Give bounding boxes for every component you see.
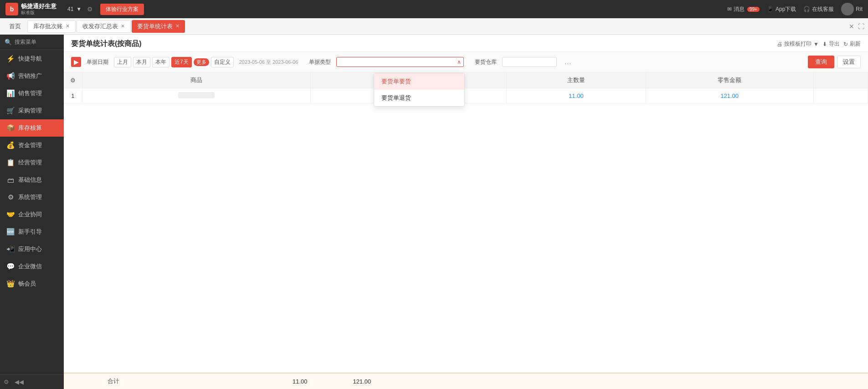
- dropdown-item-order-goods[interactable]: 要货单要货: [374, 73, 464, 90]
- tab-inventory-batch-close[interactable]: ✕: [66, 23, 70, 29]
- th-amount: 零售金额: [646, 72, 813, 88]
- table-area: ⚙ 商品 主计量单位 主数量 零售金额 1 块: [64, 72, 868, 373]
- page-title: 要货单统计表(按商品): [71, 39, 142, 49]
- print-chevron: ▼: [813, 41, 819, 47]
- tab-inventory-batch-label: 库存批次账: [33, 22, 63, 31]
- dropdown-item-order-goods-label: 要货单要货: [381, 78, 411, 85]
- sidebar-item-app-center[interactable]: 📲 应用中心: [0, 241, 64, 258]
- sidebar-item-guide[interactable]: 🆕 新手引导: [0, 223, 64, 241]
- set-button[interactable]: 设置: [837, 56, 861, 68]
- tab-bar-actions: ✕ ⛶: [849, 23, 864, 30]
- tab-close-all-icon[interactable]: ✕: [849, 23, 854, 30]
- table-header-row: ⚙ 商品 主计量单位 主数量 零售金额: [64, 72, 868, 88]
- product-blurred: [178, 92, 215, 98]
- wechat-icon: 💬: [6, 262, 15, 271]
- sidebar-item-member-label: 畅会员: [18, 280, 36, 288]
- td-index: 1: [64, 88, 82, 103]
- refresh-icon: ↻: [843, 41, 848, 47]
- sidebar-collapse-icon[interactable]: ◀◀: [15, 379, 24, 385]
- td-product: [82, 88, 311, 103]
- warehouse-input[interactable]: [502, 57, 557, 67]
- tab-receive-summary-close[interactable]: ✕: [121, 23, 125, 29]
- more-filters-icon[interactable]: …: [564, 58, 571, 66]
- sidebar-item-basic-info-label: 基础信息: [18, 176, 42, 184]
- date-btn-last-month[interactable]: 上月: [114, 57, 131, 67]
- message-item[interactable]: ✉ 消息 99+: [727, 5, 760, 13]
- store-selector[interactable]: 41 ▼: [67, 6, 82, 12]
- summary-amount: 121.00: [353, 378, 371, 385]
- sidebar-item-marketing-label: 营销推广: [18, 72, 42, 80]
- type-filter-input[interactable]: [336, 57, 464, 67]
- store-settings-icon[interactable]: ⚙: [87, 5, 93, 13]
- dropdown-item-order-return[interactable]: 要货单退货: [374, 90, 464, 106]
- quick-nav-icon: ⚡: [6, 55, 15, 63]
- table-row: 1 块 11.00 121.00: [64, 88, 868, 103]
- th-settings[interactable]: ⚙: [64, 72, 82, 88]
- sidebar-settings-icon[interactable]: ⚙: [4, 379, 9, 385]
- app-download-label: App下载: [776, 5, 796, 13]
- message-icon: ✉: [727, 6, 732, 12]
- sidebar-search-area[interactable]: 🔍 搜索菜单: [0, 35, 64, 50]
- refresh-button[interactable]: ↻ 刷新: [843, 40, 861, 48]
- date-shortcuts: 上月 本月 本年 近7天 更多 自定义: [114, 57, 234, 67]
- top-header: b 畅捷通好生意 标准版 41 ▼ ⚙ 体验行业方案 ✉ 消息 99+ 📱 Ap…: [0, 0, 868, 18]
- th-empty: [813, 72, 868, 88]
- service-item[interactable]: 🎧 在线客服: [803, 5, 834, 13]
- sidebar-item-sales[interactable]: 📊 销售管理: [0, 85, 64, 102]
- sidebar-bottom: ⚙ ◀◀: [0, 374, 64, 389]
- print-button[interactable]: 🖨 按模板打印 ▼: [777, 40, 819, 48]
- date-custom-button[interactable]: 自定义: [211, 57, 234, 67]
- basic-info-icon: 🗃: [6, 176, 15, 184]
- guide-icon: 🆕: [6, 228, 15, 236]
- sidebar-item-wechat[interactable]: 💬 企业微信: [0, 258, 64, 275]
- app-download-item[interactable]: 📱 App下载: [767, 5, 796, 13]
- sidebar-item-purchase[interactable]: 🛒 采购管理: [0, 102, 64, 119]
- logo-icon: b: [5, 3, 18, 15]
- tab-order-stats-label: 要货单统计表: [137, 22, 173, 31]
- tab-order-stats[interactable]: 要货单统计表 ✕: [132, 20, 185, 33]
- date-btn-this-year[interactable]: 本年: [152, 57, 169, 67]
- warehouse-label: 要货仓库: [475, 58, 497, 66]
- type-input-wrap: ∧: [336, 57, 464, 67]
- sidebar-item-system[interactable]: ⚙ 系统管理: [0, 189, 64, 206]
- summary-label: 合计: [108, 377, 119, 385]
- sidebar-item-inventory[interactable]: 📦 库存核算: [0, 119, 64, 137]
- print-label: 按模板打印: [784, 40, 812, 48]
- sidebar-item-finance[interactable]: 💰 资金管理: [0, 137, 64, 154]
- marketing-icon: 📢: [6, 72, 15, 80]
- sidebar-item-operations[interactable]: 📋 经营管理: [0, 154, 64, 171]
- type-dropdown-menu: 要货单要货 要货单退货: [374, 73, 465, 107]
- tab-order-stats-close[interactable]: ✕: [175, 23, 180, 29]
- sidebar-item-member[interactable]: 👑 畅会员: [0, 275, 64, 292]
- sidebar-item-inventory-label: 库存核算: [18, 124, 42, 132]
- date-btn-recent7[interactable]: 近7天: [171, 57, 192, 67]
- sidebar-search-icon: 🔍: [5, 39, 12, 46]
- tab-receive-summary[interactable]: 收发存汇总表 ✕: [77, 20, 131, 33]
- data-table: ⚙ 商品 主计量单位 主数量 零售金额 1 块: [64, 72, 868, 103]
- filter-toggle-button[interactable]: ▶: [71, 57, 81, 67]
- sidebar-item-wechat-label: 企业微信: [18, 262, 42, 271]
- sidebar-item-basic-info[interactable]: 🗃 基础信息: [0, 171, 64, 189]
- query-button[interactable]: 查询: [808, 56, 834, 68]
- sidebar-item-enterprise[interactable]: 🤝 企业协同: [0, 206, 64, 223]
- service-label: 在线客服: [812, 5, 834, 13]
- sidebar-item-operations-label: 经营管理: [18, 159, 42, 167]
- trial-button[interactable]: 体验行业方案: [100, 4, 144, 15]
- tab-home-label: 首页: [9, 22, 21, 31]
- sidebar-item-quick-nav-label: 快捷导航: [18, 55, 42, 63]
- type-chevron-icon[interactable]: ∧: [457, 59, 461, 65]
- sidebar-item-quick-nav[interactable]: ⚡ 快捷导航: [0, 50, 64, 67]
- user-avatar-area[interactable]: Rit: [841, 3, 863, 15]
- date-btn-this-month[interactable]: 本月: [133, 57, 150, 67]
- date-more-badge[interactable]: 更多: [194, 58, 209, 66]
- store-name: 41: [67, 6, 73, 12]
- tab-home[interactable]: 首页: [4, 20, 26, 33]
- sidebar-item-marketing[interactable]: 📢 营销推广: [0, 67, 64, 85]
- sidebar-item-system-label: 系统管理: [18, 193, 42, 201]
- tab-inventory-batch[interactable]: 库存批次账 ✕: [27, 20, 76, 33]
- page-actions: 🖨 按模板打印 ▼ ⬇ 导出 ↻ 刷新: [777, 40, 861, 48]
- th-product: 商品: [82, 72, 311, 88]
- export-button[interactable]: ⬇ 导出: [822, 40, 840, 48]
- type-filter-label: 单据类型: [309, 58, 331, 66]
- tab-expand-icon[interactable]: ⛶: [858, 23, 864, 30]
